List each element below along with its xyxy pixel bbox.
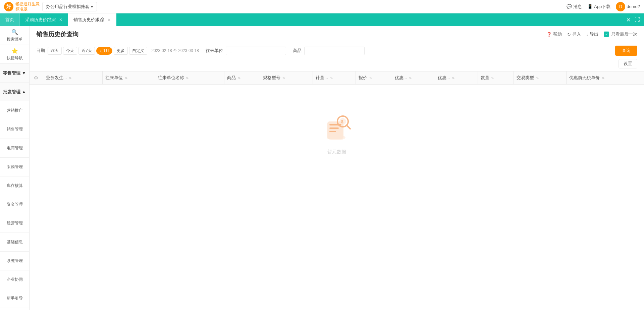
page-title-row: 销售历史价查询 ❓ 帮助 ↻ 导入 ↓ 导出 ✓ [36,30,637,38]
page-actions: ❓ 帮助 ↻ 导入 ↓ 导出 ✓ 只看最后一次 [546,31,638,37]
sort-icon: ⇅ [491,76,494,80]
download-icon: 📱 [587,4,593,9]
sidebar-item-sales[interactable]: 销售管理 [0,120,29,139]
tab-purchase[interactable]: 采购历史价跟踪 ✕ [20,13,68,26]
date-btn-1month[interactable]: 近1月 [96,47,113,55]
col-partner-code[interactable]: 往来单位 ⇅ [102,71,155,85]
date-buttons: 昨天 今天 近7天 近1月 更多 自定义 [48,47,147,55]
sidebar-item-shortcuts-label: 快捷导航 [7,55,23,61]
sidebar-item-system-label: 系统管理 [7,258,23,264]
sidebar-item-operations[interactable]: 经营管理 [0,214,29,233]
avatar: D [616,2,625,11]
col-settings: ⚙ [30,71,43,85]
sidebar-item-search[interactable]: 🔍 搜索菜单 [0,26,29,45]
col-spec[interactable]: 规格型号 ⇅ [260,71,313,85]
sort-icon: ⇅ [602,76,604,80]
page-header: 销售历史价查询 ❓ 帮助 ↻ 导入 ↓ 导出 ✓ [30,26,644,71]
sidebar-item-retail[interactable]: 零售管理 ▼ [0,64,29,83]
table-container: ⚙ 业务发生... ⇅ 往来单位 ⇅ 往来单位名称 ⇅ [30,71,644,310]
date-btn-today[interactable]: 今天 [63,47,77,55]
col-goods[interactable]: 商品 ⇅ [224,71,260,85]
svg-rect-4 [329,131,336,132]
date-btn-more[interactable]: 更多 [114,47,128,55]
sidebar-item-guide-label: 新手引导 [7,296,23,301]
goods-filter-group: 商品 ... [293,47,365,55]
sidebar-item-ecommerce[interactable]: 电商管理 [0,139,29,158]
date-btn-custom[interactable]: 自定义 [129,47,147,55]
partner-input[interactable]: ... [226,47,286,55]
message-icon: 💬 [567,4,572,9]
sidebar-item-wholesale[interactable]: 批发管理 ▲ [0,83,29,101]
export-action[interactable]: ↓ 导出 [586,31,599,37]
sidebar-item-shortcuts[interactable]: ⭐ 快捷导航 [0,45,29,64]
svg-text:$: $ [341,119,343,124]
date-label: 日期 [36,48,45,54]
sidebar-item-appstore[interactable]: 应用中心 [0,308,29,310]
tab-bar: 首页 采购历史价跟踪 ✕ 销售历史价跟踪 ✕ ✕ ⛶ [0,13,644,26]
logo-area: 好 畅捷通好生意 标准版 [4,2,40,11]
sidebar-item-inventory[interactable]: 库存核算 [0,176,29,195]
col-trade-type[interactable]: 交易类型 ⇅ [514,71,567,85]
data-table: ⚙ 业务发生... ⇅ 往来单位 ⇅ 往来单位名称 ⇅ [30,71,644,85]
col-discount2[interactable]: 优惠... ⇅ [435,71,478,85]
sort-icon: ⇅ [282,76,285,80]
goods-input-dots: ... [307,48,311,53]
message-action[interactable]: 💬 消息 [567,4,582,10]
col-pretax-price[interactable]: 优惠前无税单价 ⇅ [567,71,644,85]
sidebar-item-enterprise[interactable]: 企业协同 [0,270,29,289]
col-quote[interactable]: 报价 ⇅ [356,71,392,85]
col-unit[interactable]: 计量... ⇅ [313,71,356,85]
sidebar-item-basic[interactable]: 基础信息 [0,233,29,252]
sidebar-item-purchase-label: 采购管理 [7,164,23,170]
col-discount1[interactable]: 优惠... ⇅ [392,71,435,85]
import-action[interactable]: ↻ 导入 [567,31,581,37]
sidebar-item-guide[interactable]: 新手引导 [0,289,29,308]
partner-label: 往来单位 [206,48,223,54]
gear-icon[interactable]: ⚙ [34,75,38,81]
close-all-icon[interactable]: ✕ [626,17,631,23]
app-selector[interactable]: 办公用品行业模拟账套 ▾ [42,2,97,11]
settings-button[interactable]: 设置 [619,59,637,68]
wholesale-label: 批发管理 ▲ [3,89,26,95]
partner-input-dots: ... [229,48,232,53]
sidebar-item-finance[interactable]: 资金管理 [0,195,29,214]
export-icon: ↓ [586,32,589,37]
col-business-date[interactable]: 业务发生... ⇅ [43,71,102,85]
col-partner-name[interactable]: 往来单位名称 ⇅ [155,71,224,85]
tab-home[interactable]: 首页 [0,13,20,26]
action-buttons: 查询 [615,46,637,56]
top-bar: 好 畅捷通好生意 标准版 办公用品行业模拟账套 ▾ 💬 消息 📱 App下载 D… [0,0,644,13]
tab-sales-close[interactable]: ✕ [107,17,111,22]
sidebar-item-finance-label: 资金管理 [7,202,23,207]
tab-purchase-close[interactable]: ✕ [59,17,62,22]
date-btn-yesterday[interactable]: 昨天 [48,47,62,55]
search-icon: 🔍 [11,29,18,35]
sidebar-item-purchase[interactable]: 采购管理 [0,158,29,176]
tab-sales[interactable]: 销售历史价跟踪 ✕ [68,13,116,26]
sidebar-item-system[interactable]: 系统管理 [0,252,29,270]
user-profile[interactable]: D demo2 [616,2,640,11]
checkbox-teal-icon: ✓ [604,32,609,37]
app-download-action[interactable]: 📱 App下载 [587,4,610,10]
filter-row: 日期 昨天 今天 近7天 近1月 更多 自定义 2023-02-18 至 202… [36,42,637,59]
help-icon: ❓ [546,32,552,37]
sort-icon: ⇅ [409,76,412,80]
col-quantity[interactable]: 数量 ⇅ [478,71,514,85]
help-action[interactable]: ❓ 帮助 [546,31,562,37]
query-button[interactable]: 查询 [615,46,637,56]
sort-icon: ⇅ [238,76,240,80]
sidebar-item-enterprise-label: 企业协同 [7,277,23,282]
goods-input[interactable]: ... [304,47,365,55]
import-icon: ↻ [567,32,571,37]
tab-bar-actions: ✕ ⛶ [622,17,644,23]
content-area: 销售历史价查询 ❓ 帮助 ↻ 导入 ↓ 导出 ✓ [30,26,644,310]
sidebar-item-marketing[interactable]: 营销推广 [0,101,29,120]
top-bar-left: 好 畅捷通好生意 标准版 办公用品行业模拟账套 ▾ [4,2,97,11]
logo-icon: 好 [4,2,13,11]
sidebar-item-sales-label: 销售管理 [7,126,23,132]
date-btn-7days[interactable]: 近7天 [78,47,95,55]
sort-icon: ⇅ [330,76,333,80]
maximize-icon[interactable]: ⛶ [635,17,640,23]
only-last-checkbox[interactable]: ✓ 只看最后一次 [604,31,637,37]
sidebar: 🔍 搜索菜单 ⭐ 快捷导航 零售管理 ▼ 批发管理 ▲ 营销推广 销售管理 电商… [0,26,30,310]
